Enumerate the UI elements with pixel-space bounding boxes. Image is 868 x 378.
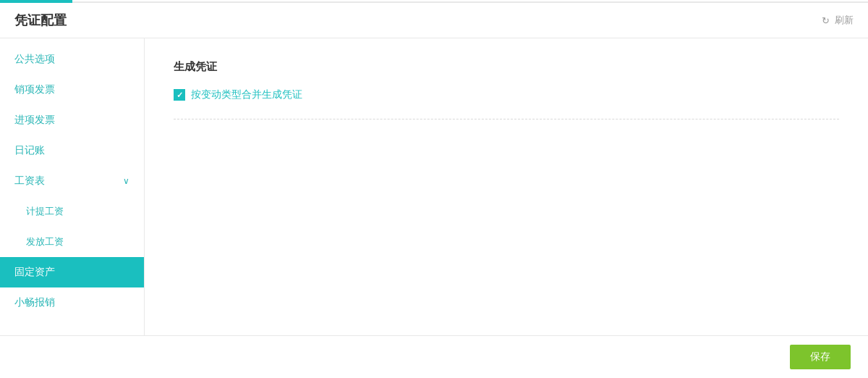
sidebar-item-label: 日记账 xyxy=(14,144,45,157)
sidebar-item-journal[interactable]: 日记账 xyxy=(0,135,144,166)
main-content: 生成凭证 按变动类型合并生成凭证 xyxy=(145,38,868,335)
sidebar-item-pay-salary[interactable]: 发放工资 xyxy=(0,227,144,257)
sidebar-item-label: 工资表 xyxy=(14,175,45,188)
page-title: 凭证配置 xyxy=(14,12,67,29)
sidebar-item-fixed-assets[interactable]: 固定资产 xyxy=(0,257,144,287)
sidebar-item-payroll[interactable]: 工资表 ∨ xyxy=(0,166,144,196)
sidebar-item-purchase-invoice[interactable]: 进项发票 xyxy=(0,105,144,135)
sidebar-item-calc-salary[interactable]: 计提工资 xyxy=(0,196,144,227)
page-wrapper: 凭证配置 ↻ 刷新 公共选项 销项发票 进项发票 日记账 工资表 ∨ xyxy=(0,0,868,378)
checkbox-label[interactable]: 按变动类型合并生成凭证 xyxy=(191,88,302,101)
refresh-icon: ↻ xyxy=(822,15,832,25)
header: 凭证配置 ↻ 刷新 xyxy=(0,3,868,38)
sidebar-item-label: 小畅报销 xyxy=(14,296,55,309)
sidebar-item-label: 计提工资 xyxy=(26,205,64,218)
footer: 保存 xyxy=(0,335,868,378)
sidebar-item-label: 发放工资 xyxy=(26,235,64,248)
sidebar-item-label: 固定资产 xyxy=(14,266,55,279)
checkbox-row: 按变动类型合并生成凭证 xyxy=(174,88,839,101)
sidebar: 公共选项 销项发票 进项发票 日记账 工资表 ∨ 计提工资 发放工资 固定资 xyxy=(0,38,145,335)
sidebar-item-label: 进项发票 xyxy=(14,114,55,127)
sidebar-item-expense[interactable]: 小畅报销 xyxy=(0,287,144,318)
sidebar-item-label: 销项发票 xyxy=(14,83,55,96)
sidebar-item-sales-invoice[interactable]: 销项发票 xyxy=(0,75,144,105)
chevron-down-icon: ∨ xyxy=(123,176,129,186)
refresh-button[interactable]: ↻ 刷新 xyxy=(822,14,854,27)
sidebar-item-public[interactable]: 公共选项 xyxy=(0,44,144,75)
body: 公共选项 销项发票 进项发票 日记账 工资表 ∨ 计提工资 发放工资 固定资 xyxy=(0,38,868,335)
save-button[interactable]: 保存 xyxy=(790,345,851,369)
sidebar-item-label: 公共选项 xyxy=(14,53,55,66)
section-divider xyxy=(174,119,839,119)
section-title: 生成凭证 xyxy=(174,60,839,74)
merge-checkbox[interactable] xyxy=(174,89,185,101)
refresh-label: 刷新 xyxy=(835,14,854,27)
